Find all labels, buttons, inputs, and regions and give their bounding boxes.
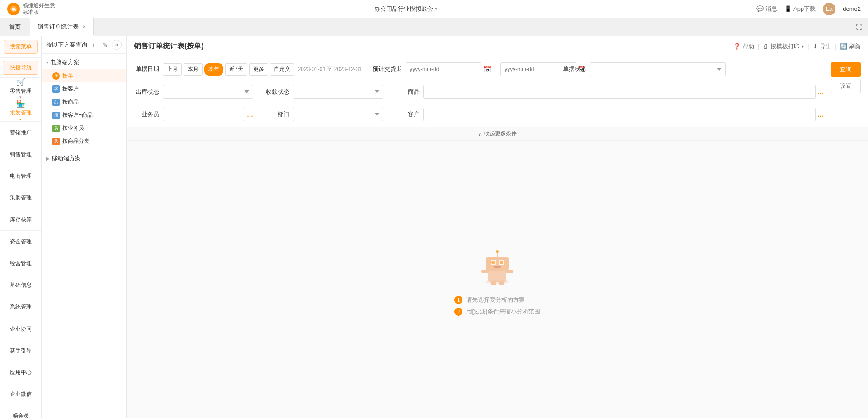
more-date-btn[interactable]: 更多 bbox=[249, 63, 268, 76]
svg-point-7 bbox=[491, 261, 495, 264]
sidebar-item-appcenter[interactable]: 应用中心 bbox=[0, 361, 41, 383]
refresh-icon: 🔄 bbox=[840, 43, 847, 50]
delivery-date-start-input[interactable] bbox=[406, 62, 481, 76]
refresh-btn[interactable]: 🔄 刷新 bbox=[840, 43, 861, 51]
help-btn[interactable]: ❓ 帮助 bbox=[733, 43, 754, 51]
retail-icon: 🛒 bbox=[16, 78, 25, 86]
tab-minimize-btn[interactable]: — bbox=[841, 22, 852, 33]
collapse-text: ∧ 收起更多条件 bbox=[478, 130, 517, 138]
sidebar-item-wechat[interactable]: 企业微信 bbox=[0, 383, 41, 405]
date-btn-group: 上月 本月 本年 近7天 更多 自定义 bbox=[163, 63, 294, 76]
sidebar-item-inventory[interactable]: 库存核算 bbox=[0, 209, 41, 230]
wholesale-icon: 🏪 bbox=[16, 100, 25, 108]
top-bar: 畅 畅捷通好生意 标准版 办公用品行业模拟账套 ▾ 💬 消息 📱 App下载 E… bbox=[0, 0, 868, 18]
goods-input[interactable] bbox=[423, 85, 816, 99]
salesman-ellipsis[interactable]: … bbox=[247, 111, 253, 118]
export-btn[interactable]: ⬇ 导出 bbox=[813, 43, 831, 51]
edit-scheme-btn[interactable]: ✎ bbox=[100, 40, 110, 50]
scheme-icon-goods-cat: 类 bbox=[52, 138, 60, 145]
delivery-status-select[interactable] bbox=[163, 85, 253, 99]
prev-month-btn[interactable]: 上月 bbox=[163, 63, 182, 76]
sidebar-item-operation[interactable]: 经营管理 bbox=[0, 252, 41, 274]
customer-ellipsis[interactable]: … bbox=[817, 111, 824, 118]
filter-row-1: 单据日期 上月 本月 本年 近7天 更多 自定义 2023-01-01 至 20… bbox=[134, 62, 824, 76]
payment-status-select[interactable] bbox=[293, 85, 383, 99]
tab-maximize-btn[interactable]: ⛶ bbox=[854, 22, 864, 33]
this-year-btn[interactable]: 本年 bbox=[204, 63, 223, 76]
svg-point-15 bbox=[496, 250, 499, 253]
system-dropdown-icon[interactable]: ▾ bbox=[435, 6, 438, 12]
tab-close-btn[interactable]: × bbox=[82, 24, 86, 30]
collapse-icon: ∧ bbox=[478, 131, 482, 137]
mobile-section-arrow: ▶ bbox=[46, 156, 50, 161]
sidebar-item-system[interactable]: 系统管理 bbox=[0, 296, 41, 318]
scheme-item-goods[interactable]: 品 按商品 bbox=[42, 95, 126, 109]
scheme-item-cust-goods[interactable]: 组 按客户+商品 bbox=[42, 109, 126, 122]
mobile-scheme-parent[interactable]: ▶ 移动端方案 bbox=[42, 152, 126, 165]
page-header: 销售订单统计表(按单) ❓ 帮助 | 🖨 按模板打印 ▾ | ⬇ bbox=[127, 36, 868, 57]
sidebar-item-wholesale[interactable]: 🏪 批发管理 ▴ bbox=[0, 100, 41, 121]
calendar-start-icon[interactable]: 📅 bbox=[483, 66, 491, 73]
scheme-item-order[interactable]: 单 按单 bbox=[42, 69, 126, 82]
quick-nav-btn[interactable]: 快捷导航 bbox=[3, 61, 38, 75]
goods-label: 商品 bbox=[394, 88, 420, 96]
pc-section-arrow: ▾ bbox=[46, 60, 48, 65]
message-btn[interactable]: 💬 消息 bbox=[756, 5, 777, 13]
collapse-panel-btn[interactable]: « bbox=[112, 40, 122, 50]
avatar[interactable]: Ea bbox=[823, 3, 835, 15]
tip-num-1: 1 bbox=[454, 296, 462, 304]
dept-select[interactable] bbox=[293, 108, 383, 121]
sidebar-item-retail[interactable]: 🛒 零售管理 ▾ bbox=[0, 78, 41, 100]
filter-buttons: 查询 设置 bbox=[831, 62, 861, 93]
sidebar-item-marketing[interactable]: 营销推广 bbox=[0, 122, 41, 143]
tip-item-1: 1 请先选择要分析的方案 bbox=[454, 296, 540, 304]
scheme-item-salesman[interactable]: 员 按业务员 bbox=[42, 122, 126, 135]
sidebar-item-purchase[interactable]: 采购管理 bbox=[0, 187, 41, 209]
setting-btn[interactable]: 设置 bbox=[831, 79, 861, 93]
sidebar-item-basic[interactable]: 基础信息 bbox=[0, 274, 41, 296]
pc-scheme-parent[interactable]: ▾ 电脑端方案 bbox=[42, 56, 126, 69]
divider3: | bbox=[835, 43, 836, 50]
sidebar-item-member[interactable]: 畅会员 bbox=[0, 405, 41, 418]
sidebar-item-finance[interactable]: 资金管理 bbox=[0, 231, 41, 252]
sidebar: 搜索菜单 快捷导航 🛒 零售管理 ▾ 🏪 批发管理 ▴ 营销推广 销售管理 电商… bbox=[0, 36, 42, 418]
salesman-input[interactable] bbox=[163, 108, 245, 121]
tab-sales-order-stat[interactable]: 销售订单统计表 × bbox=[30, 18, 94, 36]
system-name: 办公用品行业模拟账套 bbox=[374, 5, 433, 13]
app-download-btn[interactable]: 📱 App下载 bbox=[784, 5, 816, 13]
sidebar-item-corp[interactable]: 企业协同 bbox=[0, 318, 41, 340]
customer-input[interactable] bbox=[423, 108, 816, 121]
scheme-item-customer[interactable]: 客 按客户 bbox=[42, 82, 126, 95]
date-label: 单据日期 bbox=[134, 65, 159, 73]
sidebar-item-sales[interactable]: 销售管理 bbox=[0, 143, 41, 165]
status-label: 单据状态 bbox=[561, 65, 586, 73]
customer-label: 客户 bbox=[394, 110, 420, 119]
svg-rect-10 bbox=[481, 270, 489, 273]
print-btn[interactable]: 🖨 按模板打印 ▾ bbox=[763, 43, 804, 51]
tab-home[interactable]: 首页 bbox=[0, 18, 30, 36]
empty-image bbox=[475, 243, 520, 289]
last7days-btn[interactable]: 近7天 bbox=[225, 63, 247, 76]
goods-ellipsis[interactable]: … bbox=[817, 88, 824, 95]
this-month-btn[interactable]: 本月 bbox=[184, 63, 203, 76]
filter-row-3: 业务员 … 部门 客户 bbox=[134, 108, 824, 121]
svg-point-8 bbox=[500, 261, 503, 264]
sidebar-item-ecommerce[interactable]: 电商管理 bbox=[0, 165, 41, 187]
svg-text:畅: 畅 bbox=[12, 7, 16, 11]
svg-rect-12 bbox=[491, 281, 496, 285]
search-menu-btn[interactable]: 搜索菜单 bbox=[4, 40, 38, 54]
empty-tips: 1 请先选择要分析的方案 2 用[过滤]条件来缩小分析范围 bbox=[454, 296, 540, 316]
collapse-bar[interactable]: ∧ 收起更多条件 bbox=[127, 127, 868, 141]
filter-area: 单据日期 上月 本月 本年 近7天 更多 自定义 2023-01-01 至 20… bbox=[127, 57, 868, 127]
sidebar-item-guide[interactable]: 新手引导 bbox=[0, 340, 41, 361]
left-panel-actions: + ✎ « bbox=[88, 40, 122, 50]
page-actions: ❓ 帮助 | 🖨 按模板打印 ▾ | ⬇ 导出 | bbox=[733, 43, 861, 51]
left-panel-title: 按以下方案查询 bbox=[46, 41, 87, 49]
status-select[interactable] bbox=[590, 62, 726, 76]
delivery-status-label: 出库状态 bbox=[134, 88, 159, 96]
scheme-item-goods-cat[interactable]: 类 按商品分类 bbox=[42, 135, 126, 148]
add-scheme-btn[interactable]: + bbox=[88, 40, 98, 50]
custom-date-btn[interactable]: 自定义 bbox=[270, 63, 294, 76]
sidebar-quick-nav-area: 快捷导航 bbox=[0, 58, 41, 78]
query-btn[interactable]: 查询 bbox=[831, 62, 861, 77]
